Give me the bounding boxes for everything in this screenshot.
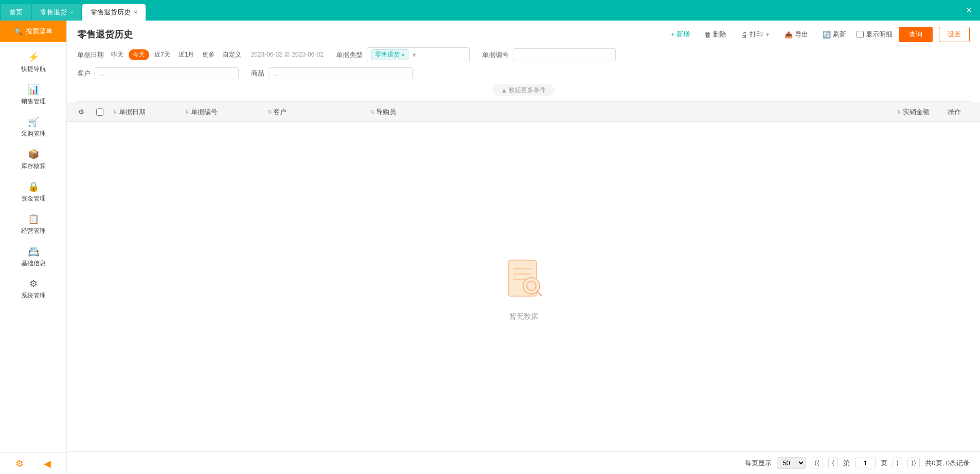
goods-select[interactable]: ... [269, 67, 413, 79]
page-label: 第 [843, 459, 850, 468]
filter-bar: 单据日期 昨天 今天 近7天 近1月 更多 自定义 2023-06-02 至 2… [77, 47, 970, 102]
column-settings-icon[interactable]: ⚙ [78, 108, 84, 116]
th-customer[interactable]: ⇅ 客户 [263, 107, 366, 117]
system-mgmt-icon: ⚙ [29, 278, 38, 289]
page-number-input[interactable] [855, 458, 876, 468]
th-guide-label: 导购员 [376, 107, 396, 117]
sidebar-item-sales-mgmt[interactable]: 📊 销售管理 [0, 79, 66, 111]
sort-guide-icon: ⇅ [370, 109, 375, 115]
page-prev-button[interactable]: ⟨ [828, 458, 838, 468]
refresh-icon: 🔄 [823, 31, 831, 39]
sales-mgmt-icon: 📊 [28, 84, 39, 95]
pagination-bar: 每页显示 50 10 20 100 ⟨⟨ ⟨ 第 页 ⟩ ⟩⟩ 共0页, 0条记… [67, 451, 980, 474]
sidebar-item-finance[interactable]: 🔒 资金管理 [0, 176, 66, 208]
th-no[interactable]: ⇅ 单据编号 [181, 107, 263, 117]
customer-select[interactable]: ... [95, 67, 239, 79]
sidebar-item-system-mgmt[interactable]: ⚙ 系统管理 [0, 273, 66, 305]
sidebar-item-purchase-mgmt[interactable]: 🛒 采购管理 [0, 111, 66, 143]
sidebar-item-purchase-mgmt-label: 采购管理 [21, 130, 46, 138]
th-amount[interactable]: ⇅ 实销金额 [872, 107, 934, 117]
collapse-button[interactable]: ▲ 收起更多条件 [493, 84, 554, 96]
doc-type-tag[interactable]: 零售退货 × [371, 49, 408, 60]
empty-text: 暂无数据 [509, 312, 538, 321]
purchase-mgmt-icon: 🛒 [28, 116, 39, 127]
sidebar-item-quick-nav-label: 快捷导航 [21, 65, 46, 74]
date-opt-today[interactable]: 今天 [129, 49, 149, 60]
th-action-label: 操作 [948, 107, 961, 117]
page-size-label: 每页显示 [745, 459, 772, 468]
export-button[interactable]: 📤 导出 [780, 28, 812, 41]
tab-home[interactable]: 首页 [1, 4, 31, 21]
sidebar-nav: ⚡ 快捷导航 📊 销售管理 🛒 采购管理 📦 库存核算 🔒 资金管理 📋 [0, 42, 66, 452]
export-icon: 📤 [785, 31, 793, 39]
date-opt-custom[interactable]: 自定义 [220, 49, 244, 60]
filter-goods: 商品 ... [251, 67, 413, 79]
th-settings[interactable]: ⚙ [72, 108, 91, 116]
date-opt-7days[interactable]: 近7天 [151, 49, 173, 60]
select-all-checkbox[interactable] [96, 108, 103, 116]
sidebar-search[interactable]: 🔍 搜索菜单 [0, 21, 66, 42]
goods-label: 商品 [251, 69, 264, 78]
tab-retail-return-close[interactable]: × [70, 9, 73, 15]
toolbar: + 新增 🗑 删除 🖨 打印 ▼ 📤 导出 🔄 [667, 27, 970, 42]
date-opt-more[interactable]: 更多 [199, 49, 218, 60]
date-filter-label: 单据日期 [77, 50, 104, 60]
filter-row-1: 单据日期 昨天 今天 近7天 近1月 更多 自定义 2023-06-02 至 2… [77, 47, 970, 62]
doc-type-select[interactable]: 零售退货 × ▼ [367, 47, 470, 62]
tab-retail-return-history-close[interactable]: × [134, 9, 137, 15]
th-check[interactable] [91, 108, 109, 116]
th-no-label: 单据编号 [191, 107, 218, 117]
collapse-up-icon: ▲ [501, 87, 507, 94]
delete-icon: 🗑 [704, 31, 711, 39]
th-amount-label: 实销金额 [903, 107, 930, 117]
th-date[interactable]: ⇅ 单据日期 [109, 107, 181, 117]
tab-retail-return-history[interactable]: 零售退货历史 × [82, 4, 145, 21]
doc-type-tag-close[interactable]: × [401, 51, 405, 59]
sidebar: 🔍 搜索菜单 ⚡ 快捷导航 📊 销售管理 🛒 采购管理 📦 库存核算 🔒 [0, 21, 67, 474]
th-date-label: 单据日期 [119, 107, 146, 117]
date-opt-yesterday[interactable]: 昨天 [108, 49, 127, 60]
tab-home-label: 首页 [9, 8, 23, 17]
empty-illustration [498, 252, 549, 304]
tab-retail-return-label: 零售退货 [40, 8, 67, 17]
print-chevron-icon: ▼ [765, 32, 770, 38]
show-detail-toggle[interactable]: 显示明细 [857, 30, 893, 39]
filter-customer: 客户 ... [77, 67, 239, 79]
sidebar-item-inventory[interactable]: 📦 库存核算 [0, 143, 66, 176]
page-first-button[interactable]: ⟨⟨ [811, 458, 823, 468]
doc-type-label: 单据类型 [336, 50, 363, 60]
delete-button[interactable]: 🗑 删除 [700, 28, 730, 41]
page-size-select[interactable]: 50 10 20 100 [777, 457, 806, 469]
page-unit: 页 [881, 459, 887, 468]
sidebar-item-operations[interactable]: 📋 经营管理 [0, 208, 66, 241]
print-button[interactable]: 🖨 打印 ▼ [737, 28, 774, 41]
th-guide[interactable]: ⇅ 导购员 [366, 107, 872, 117]
quick-nav-icon: ⚡ [28, 51, 39, 63]
settings-bottom-icon[interactable]: ⚙ [15, 458, 24, 469]
refresh-label: 刷新 [833, 30, 846, 39]
query-button[interactable]: 查询 [899, 27, 933, 42]
sidebar-bottom: ⚙ ◀ [0, 452, 66, 474]
goods-ellipsis: ... [273, 69, 279, 77]
sidebar-item-finance-label: 资金管理 [21, 194, 46, 203]
refresh-button[interactable]: 🔄 刷新 [818, 28, 850, 41]
top-bar: 首页 零售退货 × 零售退货历史 × × [0, 0, 980, 21]
sidebar-item-base-info[interactable]: 📇 基础信息 [0, 241, 66, 273]
window-close-button[interactable]: × [966, 5, 972, 16]
date-opt-1month[interactable]: 近1月 [175, 49, 198, 60]
main-layout: 🔍 搜索菜单 ⚡ 快捷导航 📊 销售管理 🛒 采购管理 📦 库存核算 🔒 [0, 21, 980, 474]
sidebar-item-quick-nav[interactable]: ⚡ 快捷导航 [0, 46, 66, 79]
collapse-sidebar-icon[interactable]: ◀ [44, 458, 51, 469]
tab-retail-return-history-label: 零售退货历史 [91, 8, 131, 17]
tab-retail-return[interactable]: 零售退货 × [32, 4, 81, 21]
doc-type-chevron-icon: ▼ [412, 52, 417, 58]
setting-button[interactable]: 设置 [939, 27, 970, 42]
doc-no-input[interactable] [513, 48, 616, 61]
new-button[interactable]: + 新增 [667, 28, 694, 41]
filter-row-2: 客户 ... 商品 ... [77, 67, 970, 79]
page-last-button[interactable]: ⟩⟩ [907, 458, 920, 468]
show-detail-checkbox-input[interactable] [857, 31, 864, 38]
operations-icon: 📋 [28, 213, 39, 225]
base-info-icon: 📇 [28, 246, 39, 257]
page-next-button[interactable]: ⟩ [893, 458, 902, 468]
